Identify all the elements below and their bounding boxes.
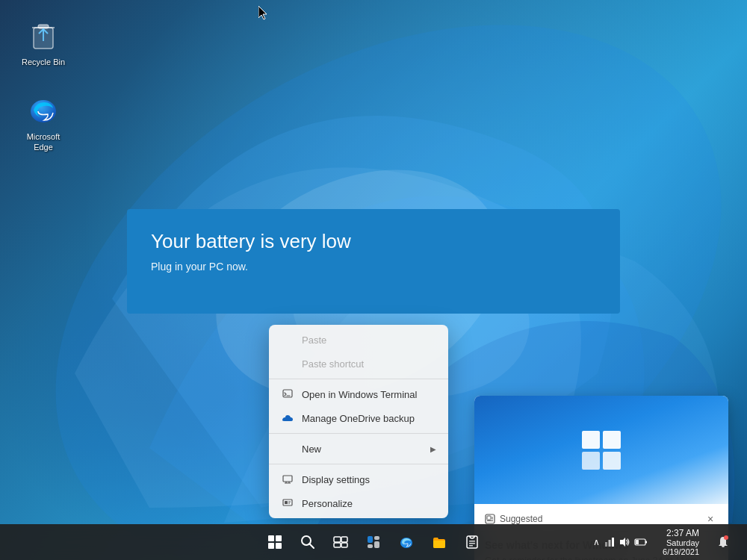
- toast-header-left: Suggested: [485, 514, 542, 524]
- svg-rect-19: [582, 452, 600, 470]
- suggested-icon: [485, 514, 495, 524]
- edge-label: Microsoft Edge: [16, 131, 70, 153]
- recycle-bin-image: [25, 18, 61, 54]
- context-menu: Paste Paste shortcut Open in Windows Ter…: [269, 325, 448, 518]
- svg-rect-38: [368, 544, 373, 548]
- paste-shortcut-icon: [281, 357, 294, 370]
- menu-sep-1: [269, 379, 448, 379]
- menu-item-open-terminal[interactable]: Open in Windows Terminal: [269, 382, 448, 406]
- personalize-icon: [281, 497, 294, 510]
- svg-rect-45: [605, 542, 607, 547]
- svg-rect-26: [268, 535, 274, 541]
- edge-image: [25, 93, 61, 128]
- menu-item-paste: Paste: [269, 328, 448, 352]
- taskbar: ∧ 2:37 AM: [0, 524, 747, 560]
- recycle-bin-icon[interactable]: Recycle Bin: [13, 15, 73, 70]
- menu-sep-3: [269, 464, 448, 464]
- battery-subtitle: Plug in your PC now.: [151, 261, 596, 273]
- onedrive-icon: [281, 411, 294, 425]
- svg-rect-44: [469, 545, 473, 547]
- svg-rect-33: [341, 537, 347, 542]
- svg-rect-32: [334, 537, 341, 542]
- svg-rect-39: [374, 541, 379, 548]
- menu-sep-2: [269, 433, 448, 434]
- battery-title: Your battery is very low: [151, 230, 596, 253]
- microsoft-edge-icon[interactable]: Microsoft Edge: [13, 90, 73, 156]
- notification-button[interactable]: [708, 527, 738, 557]
- cursor: [258, 6, 269, 21]
- widgets-button[interactable]: [359, 527, 388, 557]
- svg-rect-36: [368, 536, 373, 543]
- battery-banner: Your battery is very low Plug in your PC…: [127, 209, 620, 314]
- new-icon: [281, 442, 294, 455]
- tray-chevron-icon: ∧: [593, 537, 600, 547]
- terminal-icon: [281, 388, 294, 401]
- svg-point-52: [724, 535, 728, 540]
- clock-time: 2:37 AM: [666, 528, 699, 538]
- svg-rect-9: [283, 476, 292, 482]
- volume-icon: [619, 537, 630, 547]
- svg-rect-27: [276, 535, 282, 541]
- svg-rect-47: [612, 538, 614, 547]
- svg-rect-51: [645, 541, 647, 544]
- toast-suggested-label: Suggested: [500, 514, 542, 524]
- file-explorer-button[interactable]: [424, 527, 454, 557]
- svg-rect-50: [636, 540, 639, 544]
- new-submenu-arrow: ▶: [430, 445, 436, 453]
- svg-marker-48: [620, 538, 625, 547]
- svg-rect-29: [276, 543, 282, 549]
- svg-rect-28: [268, 543, 274, 549]
- menu-item-personalize[interactable]: Personalize: [269, 491, 448, 515]
- start-button[interactable]: [260, 527, 290, 557]
- clock-date: Saturday: [666, 538, 699, 547]
- taskbar-edge-button[interactable]: [391, 527, 421, 557]
- desktop: Recycle Bin Microsoft Edge Your battery …: [0, 0, 747, 560]
- clock-year: 6/19/2021: [663, 547, 699, 556]
- svg-rect-17: [582, 431, 600, 449]
- svg-rect-37: [374, 536, 379, 540]
- paste-icon: [281, 333, 294, 346]
- svg-rect-20: [603, 452, 621, 470]
- toast-image: [474, 396, 728, 504]
- svg-rect-42: [469, 541, 475, 542]
- task-view-button[interactable]: [326, 527, 356, 557]
- menu-item-paste-shortcut: Paste shortcut: [269, 352, 448, 376]
- taskbar-center: [260, 527, 487, 557]
- battery-icon: [634, 537, 648, 547]
- display-settings-icon: [281, 473, 294, 486]
- svg-rect-22: [487, 516, 491, 520]
- system-tray[interactable]: ∧: [587, 534, 654, 550]
- svg-rect-43: [469, 543, 475, 544]
- menu-item-display-settings[interactable]: Display settings: [269, 467, 448, 491]
- svg-line-31: [309, 544, 314, 548]
- store-button[interactable]: [457, 527, 487, 557]
- svg-rect-46: [609, 540, 611, 547]
- menu-item-new[interactable]: New ▶: [269, 437, 448, 461]
- menu-item-manage-onedrive[interactable]: Manage OneDrive backup: [269, 406, 448, 430]
- clock[interactable]: 2:37 AM Saturday 6/19/2021: [657, 526, 705, 558]
- search-button[interactable]: [293, 527, 323, 557]
- svg-rect-18: [603, 431, 621, 449]
- recycle-bin-label: Recycle Bin: [22, 57, 65, 67]
- taskbar-right: ∧ 2:37 AM: [587, 526, 738, 558]
- network-icon: [604, 537, 615, 547]
- svg-rect-34: [334, 543, 341, 547]
- svg-rect-14: [285, 501, 288, 504]
- svg-rect-35: [341, 543, 347, 547]
